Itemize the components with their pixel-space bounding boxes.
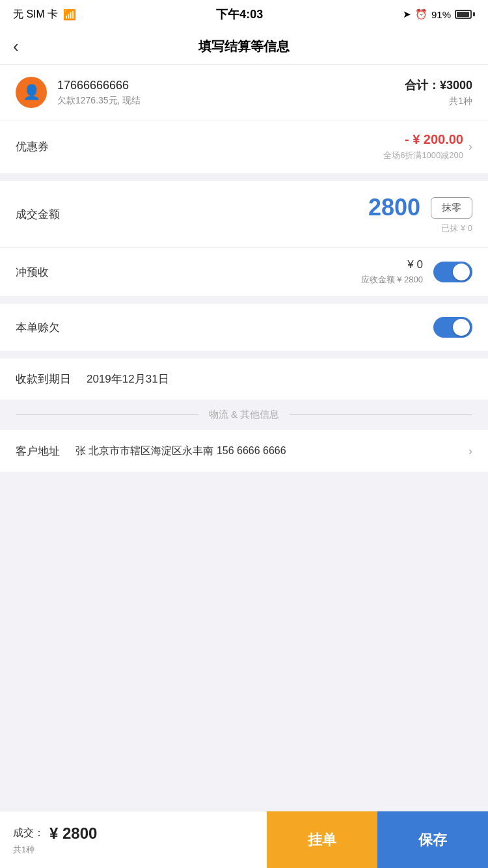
- status-left: 无 SIM 卡 📶: [13, 8, 76, 21]
- back-button[interactable]: ‹: [8, 34, 24, 59]
- page-title: 填写结算等信息: [198, 38, 290, 55]
- logistics-separator: 物流 & 其他信息: [0, 400, 488, 430]
- total-label: 合计：: [405, 79, 440, 92]
- due-date-value: 2019年12月31日: [87, 372, 169, 387]
- customer-right: 合计：¥3000 共1种: [405, 77, 472, 107]
- logistics-label: 物流 & 其他信息: [209, 409, 279, 421]
- prepay-info: ¥ 0 应收金额 ¥ 2800: [361, 258, 423, 286]
- customer-debt: 欠款1276.35元, 现结: [57, 95, 141, 107]
- coupon-description: 全场6折满1000减200: [383, 150, 463, 161]
- address-section: 客户地址 张 北京市市辖区海淀区永丰南 156 6666 6666 ›: [0, 430, 488, 472]
- customer-left: 👤 17666666666 欠款1276.35元, 现结: [16, 77, 141, 108]
- address-value: 张 北京市市辖区海淀区永丰南 156 6666 6666: [75, 443, 468, 459]
- debt-toggle[interactable]: [433, 317, 472, 338]
- prepay-amount: ¥ 0: [361, 258, 423, 271]
- coupon-label: 优惠券: [16, 139, 49, 154]
- debt-section: 本单赊欠: [0, 304, 488, 351]
- prepay-toggle[interactable]: [433, 262, 472, 282]
- nav-bar: ‹ 填写结算等信息: [0, 29, 488, 65]
- prepay-label: 冲预收: [16, 265, 49, 280]
- avatar: 👤: [16, 77, 47, 108]
- total-value: ¥3000: [440, 79, 472, 92]
- address-chevron-icon: ›: [468, 444, 472, 458]
- toggle-knob: [453, 264, 470, 280]
- coupon-right: - ¥ 200.00 全场6折满1000减200 ›: [383, 132, 472, 161]
- bottom-bar: 成交： ¥ 2800 共1种 挂单 保存: [0, 811, 488, 868]
- pending-button[interactable]: 挂单: [267, 811, 377, 869]
- sep-line-right: [290, 414, 472, 415]
- address-row[interactable]: 客户地址 张 北京市市辖区海淀区永丰南 156 6666 6666 ›: [0, 430, 488, 472]
- debt-row: 本单赊欠: [0, 304, 488, 351]
- address-label: 客户地址: [16, 444, 60, 459]
- deal-amount-row: 成交金额 2800 抹零 已抹 ¥ 0: [0, 181, 488, 248]
- coupon-discount: - ¥ 200.00: [383, 132, 463, 147]
- due-date-row: 收款到期日 2019年12月31日: [0, 359, 488, 400]
- due-date-label: 收款到期日: [16, 372, 71, 387]
- wifi-icon: 📶: [63, 8, 76, 21]
- section-divider-2: [0, 296, 488, 304]
- bottom-deal-info: 成交： ¥ 2800 共1种: [0, 824, 267, 856]
- battery-icon: [455, 10, 475, 19]
- deal-sub-text: 已抹 ¥ 0: [368, 223, 472, 234]
- save-button[interactable]: 保存: [377, 811, 488, 869]
- debt-toggle-knob: [453, 319, 470, 336]
- deal-section: 成交金额 2800 抹零 已抹 ¥ 0 冲预收 ¥ 0 应收金额 ¥ 2800: [0, 181, 488, 296]
- total-count: 共1种: [405, 96, 472, 107]
- bottom-deal-row: 成交： ¥ 2800: [13, 824, 254, 843]
- customer-section: 👤 17666666666 欠款1276.35元, 现结 合计：¥3000 共1…: [0, 65, 488, 120]
- deal-amount-value: 2800: [368, 194, 420, 221]
- customer-phone: 17666666666: [57, 79, 141, 92]
- deal-amount-label: 成交金额: [16, 207, 60, 222]
- bottom-deal-count: 共1种: [13, 844, 254, 856]
- section-divider-1: [0, 173, 488, 181]
- status-time: 下午4:03: [216, 7, 263, 22]
- customer-row: 👤 17666666666 欠款1276.35元, 现结 合计：¥3000 共1…: [0, 65, 488, 120]
- round-button[interactable]: 抹零: [431, 197, 472, 219]
- main-content: 👤 17666666666 欠款1276.35元, 现结 合计：¥3000 共1…: [0, 65, 488, 641]
- location-icon: ➤: [403, 8, 411, 20]
- prepay-receivable: 应收金额 ¥ 2800: [361, 274, 423, 286]
- battery-percent: 91%: [431, 9, 451, 20]
- coupon-row[interactable]: 优惠券 - ¥ 200.00 全场6折满1000减200 ›: [0, 120, 488, 173]
- bottom-deal-amount: ¥ 2800: [49, 824, 97, 843]
- status-bar: 无 SIM 卡 📶 下午4:03 ➤ ⏰ 91%: [0, 0, 488, 29]
- date-section: 收款到期日 2019年12月31日: [0, 359, 488, 400]
- prepay-row: 冲预收 ¥ 0 应收金额 ¥ 2800: [0, 248, 488, 296]
- sep-line-left: [16, 414, 198, 415]
- deal-right: 2800 抹零: [368, 194, 472, 221]
- bottom-gray-area: [0, 472, 488, 576]
- alarm-icon: ⏰: [415, 8, 427, 20]
- bottom-deal-label: 成交：: [13, 826, 44, 840]
- carrier-label: 无 SIM 卡: [13, 8, 58, 21]
- status-right: ➤ ⏰ 91%: [403, 8, 475, 20]
- debt-label: 本单赊欠: [16, 320, 60, 335]
- total-amount: 合计：¥3000: [405, 77, 472, 93]
- chevron-right-icon: ›: [468, 140, 472, 154]
- customer-info: 17666666666 欠款1276.35元, 现结: [57, 79, 141, 107]
- section-divider-3: [0, 351, 488, 359]
- prepay-right: ¥ 0 应收金额 ¥ 2800: [361, 258, 472, 286]
